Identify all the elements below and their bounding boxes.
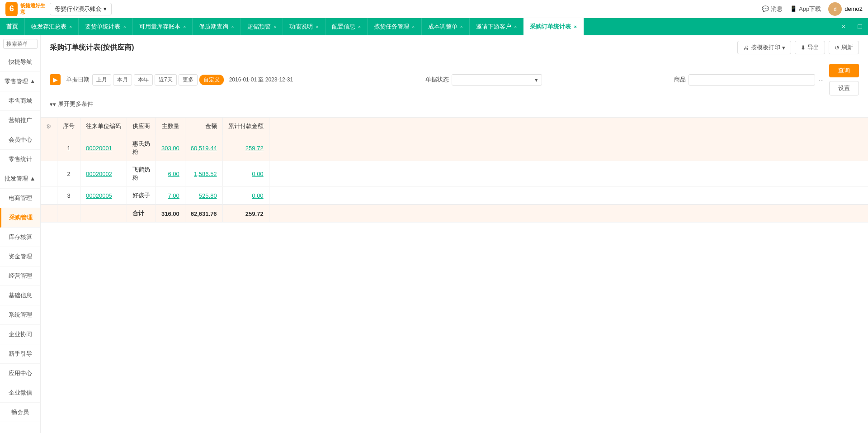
footer-settings-cell: [41, 205, 57, 223]
nav-tab-close-6[interactable]: ×: [316, 24, 318, 29]
row-qty-link-0[interactable]: 303.00: [161, 145, 179, 152]
sidebar-item-3[interactable]: 零售商城: [0, 91, 40, 111]
nav-tab-close-1[interactable]: ×: [69, 24, 72, 29]
sidebar-item-12[interactable]: 经营管理: [0, 266, 40, 286]
row-code-link-0[interactable]: 00020001: [86, 145, 112, 152]
sidebar-item-17[interactable]: 应用中心: [0, 364, 40, 383]
sidebar-item-10[interactable]: 库存核算: [0, 228, 40, 247]
sidebar-item-4[interactable]: 营销推广: [0, 111, 40, 130]
row-settings-2: [41, 187, 57, 205]
filter-row-1: ▶ 单据日期 上月 本月 本年 近7天 更多 自定义 2016-01-01 至 …: [50, 64, 859, 95]
row-empty-1: [269, 161, 868, 187]
print-button[interactable]: 🖨 按模板打印 ▾: [737, 41, 791, 54]
date-btn-this-year[interactable]: 本年: [134, 74, 153, 86]
app-download-label: App下载: [799, 5, 821, 13]
date-btn-custom[interactable]: 自定义: [199, 75, 224, 85]
table-footer-row: 合计 316.00 62,631.76 259.72: [41, 205, 868, 223]
nav-tab-close-8[interactable]: ×: [412, 24, 415, 29]
sidebar-item-2[interactable]: 零售管理 ▲: [0, 72, 40, 91]
nav-tab-7[interactable]: 配置信息×: [326, 18, 368, 35]
nav-tab-4[interactable]: 保质期查询×: [193, 18, 241, 35]
sidebar-item-15[interactable]: 企业协同: [0, 325, 40, 344]
logo-char: 6: [9, 4, 14, 14]
footer-index-cell: [57, 205, 80, 223]
sidebar-item-11[interactable]: 资金管理: [0, 247, 40, 266]
nav-tab-close-9[interactable]: ×: [460, 24, 463, 29]
sidebar-item-6[interactable]: 零售统计: [0, 150, 40, 169]
goods-input[interactable]: [689, 74, 815, 86]
nav-tab-close-11[interactable]: ×: [574, 24, 576, 29]
nav-tab-close-3[interactable]: ×: [183, 24, 186, 29]
row-qty-link-2[interactable]: 7.00: [168, 192, 179, 199]
print-dropdown-icon: ▾: [782, 44, 785, 51]
row-code-link-2[interactable]: 00020005: [86, 192, 112, 199]
footer-label-cell: 合计: [127, 205, 156, 223]
nav-close-button[interactable]: ×: [835, 18, 852, 35]
settings-button[interactable]: 设置: [829, 81, 859, 95]
sidebar-item-13[interactable]: 基础信息: [0, 286, 40, 305]
row-amount-link-1[interactable]: 1,586.52: [194, 171, 217, 177]
sidebar-item-8[interactable]: 电商管理: [0, 189, 40, 208]
app-download-button[interactable]: 📱 App下载: [790, 5, 821, 13]
username-label: demo2: [844, 5, 863, 12]
export-label: 导出: [807, 43, 819, 52]
expand-more-button[interactable]: ▾▾ 展开更多条件: [50, 97, 859, 111]
goods-more-icon[interactable]: ···: [819, 76, 824, 83]
sidebar-item-5[interactable]: 会员中心: [0, 130, 40, 150]
nav-tab-6[interactable]: 功能说明×: [283, 18, 325, 35]
row-amount-link-0[interactable]: 60,519.44: [191, 145, 217, 152]
nav-tab-11[interactable]: 采购订单统计表×: [524, 18, 583, 35]
sidebar-item-19[interactable]: 畅会员: [0, 403, 40, 422]
message-button[interactable]: 💬 消息: [762, 5, 783, 13]
industry-selector[interactable]: 母婴行业演示账套 ▾: [50, 3, 112, 15]
sidebar-item-9[interactable]: 采购管理: [0, 208, 40, 228]
nav-tab-2[interactable]: 要货单统计表×: [79, 18, 132, 35]
sidebar-item-7[interactable]: 批发管理 ▲: [0, 169, 40, 189]
status-select[interactable]: ▾: [452, 74, 542, 86]
nav-tab-close-2[interactable]: ×: [123, 24, 126, 29]
nav-tab-5[interactable]: 超储预警×: [241, 18, 283, 35]
nav-tab-close-4[interactable]: ×: [231, 24, 234, 29]
sidebar-item-1[interactable]: 快捷导航: [0, 52, 40, 72]
page-title: 采购订单统计表(按供应商): [50, 43, 134, 52]
refresh-button[interactable]: ↺ 刷新: [829, 41, 859, 54]
export-button[interactable]: ⬇ 导出: [795, 41, 825, 54]
nav-tab-1[interactable]: 收发存汇总表×: [25, 18, 79, 35]
filter-toggle-button[interactable]: ▶: [50, 74, 61, 85]
nav-tab-label-0: 首页: [6, 23, 18, 31]
user-avatar-area[interactable]: d demo2: [828, 2, 863, 16]
nav-tab-3[interactable]: 可用量库存账本×: [133, 18, 193, 35]
footer-amount-cell: 62,631.76: [185, 205, 222, 223]
nav-tab-close-7[interactable]: ×: [358, 24, 361, 29]
logo-area: 6 畅捷通好生意: [5, 2, 46, 16]
top-right-actions: 💬 消息 📱 App下载 d demo2: [762, 2, 863, 16]
nav-tab-close-10[interactable]: ×: [514, 24, 517, 29]
table-row: 2 00020002 飞鹤奶粉 6.00 1,586.52 0.00: [41, 161, 868, 187]
row-settings-1: [41, 161, 57, 187]
sidebar-item-18[interactable]: 企业微信: [0, 383, 40, 403]
search-input[interactable]: [3, 39, 38, 49]
column-settings-icon[interactable]: ⚙: [46, 123, 52, 130]
nav-tab-8[interactable]: 拣货任务管理×: [368, 18, 421, 35]
date-btn-7days[interactable]: 近7天: [155, 74, 177, 86]
date-btn-this-month[interactable]: 本月: [113, 74, 132, 86]
row-amount-link-2[interactable]: 525.80: [199, 192, 217, 199]
expand-more-row: ▾▾ 展开更多条件: [50, 95, 859, 113]
nav-tab-9[interactable]: 成本调整单×: [422, 18, 470, 35]
search-button[interactable]: 查询: [829, 64, 859, 77]
row-qty-link-1[interactable]: 6.00: [168, 171, 179, 177]
row-paid-link-0[interactable]: 259.72: [245, 145, 264, 152]
sidebar-item-14[interactable]: 系统管理: [0, 305, 40, 325]
row-paid-link-2[interactable]: 0.00: [252, 192, 263, 199]
date-btn-last-month[interactable]: 上月: [92, 74, 111, 86]
date-btn-more[interactable]: 更多: [179, 74, 198, 86]
nav-tab-10[interactable]: 邀请下游客户×: [470, 18, 524, 35]
nav-tab-close-5[interactable]: ×: [274, 24, 276, 29]
row-code-link-1[interactable]: 00020002: [86, 171, 112, 177]
row-paid-link-1[interactable]: 0.00: [252, 171, 263, 177]
nav-tab-0[interactable]: 首页: [0, 18, 25, 35]
avatar: d: [828, 2, 842, 16]
sidebar-item-16[interactable]: 新手引导: [0, 344, 40, 364]
nav-maximize-button[interactable]: □: [852, 18, 868, 35]
row-empty-2: [269, 187, 868, 205]
